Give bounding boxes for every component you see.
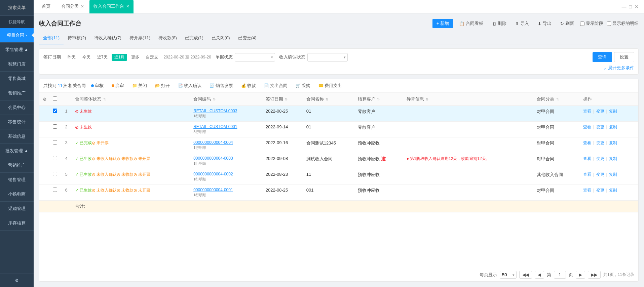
sidebar-settings[interactable]: ⚙ <box>0 274 34 287</box>
contract-code-link[interactable]: RETAIL_CUSTOM-0001 <box>193 124 260 129</box>
status-tab-pending-review[interactable]: 待审核(2) <box>64 32 90 44</box>
query-button[interactable]: 查询 <box>593 52 612 62</box>
op-查看[interactable]: 查看 <box>583 140 591 145</box>
op-查看[interactable]: 查看 <box>583 156 591 161</box>
op-复制[interactable]: 复制 <box>609 172 617 177</box>
col-contract-name[interactable]: 合同名称 ⇅ <box>304 93 355 106</box>
op-变更[interactable]: 变更 <box>596 188 604 193</box>
expense-contract-button[interactable]: 📄 支出合同 <box>261 82 290 90</box>
tab-income-workbench-close[interactable]: ✕ <box>126 4 129 9</box>
page-number-input[interactable] <box>554 271 566 279</box>
op-变更[interactable]: 变更 <box>596 109 604 114</box>
row-select-checkbox[interactable] <box>53 140 57 145</box>
sidebar-item-retail-stats[interactable]: 零售统计 <box>0 115 34 129</box>
new-button[interactable]: + 新增 <box>432 19 453 28</box>
sales-invoice-button[interactable]: 🧾 销售发票 <box>207 82 236 90</box>
contract-code-link[interactable]: 0000000000004-0004 <box>193 140 260 145</box>
date-btn-custom[interactable]: 自定义 <box>143 54 161 61</box>
op-复制[interactable]: 复制 <box>609 140 617 145</box>
collect-button[interactable]: 💰 收款 <box>238 82 259 90</box>
row-select-checkbox[interactable] <box>53 156 57 160</box>
tab-home[interactable]: 首页 <box>36 0 56 13</box>
contract-board-button[interactable]: 📋 合同看板 <box>456 19 486 28</box>
prev-page-button[interactable]: ◀ <box>535 271 544 279</box>
col-anomaly-info[interactable]: 异常信息 ⇅ <box>404 93 534 106</box>
select-all-checkbox[interactable] <box>53 96 57 101</box>
op-复制[interactable]: 复制 <box>609 188 617 193</box>
audit-button[interactable]: 审核 <box>88 82 106 90</box>
sidebar-item-project-contract[interactable]: 项目合同 › <box>0 28 34 43</box>
col-sign-date[interactable]: 签订日期 ⇅ <box>263 93 304 106</box>
op-查看[interactable]: 查看 <box>583 125 591 129</box>
sidebar-item-marketing[interactable]: 营销推广 <box>0 86 34 100</box>
status-tab-pending-confirm[interactable]: 待收入确认(7) <box>90 32 125 44</box>
col-overall-status[interactable]: 合同整体状态 ⇅ <box>72 93 191 106</box>
tab-income-workbench[interactable]: 收入合同工作台 ✕ <box>89 0 134 13</box>
date-btn-more[interactable]: 更多 <box>128 54 142 61</box>
status-tab-changed[interactable]: 已变更(4) <box>234 32 261 44</box>
op-变更[interactable]: 变更 <box>596 140 604 145</box>
refresh-button[interactable]: ↻ 刷新 <box>558 19 577 28</box>
show-details-input[interactable] <box>607 22 611 26</box>
op-复制[interactable]: 复制 <box>609 156 617 161</box>
status-tab-closed[interactable]: 已关闭(0) <box>207 32 234 44</box>
import-button[interactable]: ⬆ 导入 <box>513 19 532 28</box>
tab-contract-type[interactable]: 合同分类 ✕ <box>56 0 89 13</box>
status-tab-pending-invoice[interactable]: 待开票(11) <box>125 32 154 44</box>
row-select-checkbox[interactable] <box>53 188 57 192</box>
op-变更[interactable]: 变更 <box>596 125 604 129</box>
next-page-button[interactable]: ▶ <box>576 271 585 279</box>
doc-status-select[interactable] <box>235 53 275 62</box>
sidebar-item-retail-mgmt[interactable]: 零售管理 ▲ <box>0 43 34 57</box>
op-复制[interactable]: 复制 <box>609 125 617 129</box>
table-scroll[interactable]: ⚙ 合同整体状态 ⇅ 合同编码 <box>39 93 638 268</box>
row-select-checkbox[interactable] <box>53 109 57 113</box>
contract-code-link[interactable]: 0000000000004-0001 <box>193 188 260 192</box>
abandon-button[interactable]: 弃审 <box>109 82 127 90</box>
show-details-checkbox[interactable]: 显示标的明细 <box>607 20 639 27</box>
contract-code-link[interactable]: RETAIL_CUSTOM-0003 <box>193 109 260 113</box>
op-复制[interactable]: 复制 <box>609 109 617 114</box>
op-查看[interactable]: 查看 <box>583 172 591 177</box>
sidebar-item-purchase[interactable]: 采购管理 <box>0 202 34 216</box>
status-tab-all[interactable]: 全部(11) <box>39 32 64 44</box>
per-page-select[interactable]: 10 20 50 100 <box>500 271 517 279</box>
sidebar-item-sales[interactable]: 销售管理 <box>0 173 34 187</box>
close-button[interactable]: ✕ <box>635 4 639 9</box>
sidebar-item-wholesale[interactable]: 批发管理 ▲ <box>0 144 34 158</box>
last-page-button[interactable]: ▶▶ <box>588 271 601 279</box>
expense-pay-button[interactable]: 💳 费用支出 <box>316 82 345 90</box>
op-变更[interactable]: 变更 <box>596 172 604 177</box>
show-fields-checkbox[interactable]: 显示阶段 <box>580 20 603 27</box>
filter-settings-button[interactable]: 设置 <box>614 52 634 62</box>
tab-contract-type-close[interactable]: ✕ <box>81 4 84 9</box>
date-btn-last1month[interactable]: 近1月 <box>112 54 127 61</box>
first-page-button[interactable]: ◀◀ <box>519 271 532 279</box>
sidebar-item-ecommerce[interactable]: 小畅电商 <box>0 187 34 202</box>
export-button[interactable]: ⬇ 导出 <box>535 19 554 28</box>
contract-code-link[interactable]: 0000000000004-0002 <box>193 172 260 176</box>
sidebar-item-smart-store[interactable]: 智慧门店 <box>0 57 34 72</box>
income-confirm-button[interactable]: 📑 收入确认 <box>175 82 204 90</box>
sidebar-item-member[interactable]: 会员中心 <box>0 100 34 115</box>
sidebar-item-inventory[interactable]: 库存核算 <box>0 216 34 231</box>
sidebar-item-basic-info[interactable]: 基础信息 <box>0 129 34 144</box>
sidebar-item-marketing2[interactable]: 营销推广 <box>0 158 34 173</box>
show-fields-input[interactable] <box>580 22 584 26</box>
date-btn-yesterday[interactable]: 昨天 <box>65 54 78 61</box>
status-tab-pending-payment[interactable]: 待收款(8) <box>154 32 181 44</box>
col-contract-code[interactable]: 合同编码 ⇅ <box>191 93 263 106</box>
status-tab-completed[interactable]: 已完成(1) <box>181 32 207 44</box>
delete-button[interactable]: 🗑 删除 <box>489 19 509 28</box>
op-查看[interactable]: 查看 <box>583 188 591 193</box>
date-btn-today[interactable]: 今天 <box>80 54 93 61</box>
income-confirm-select[interactable] <box>307 53 348 62</box>
date-btn-last7days[interactable]: 近7天 <box>94 54 110 61</box>
op-变更[interactable]: 变更 <box>596 156 604 161</box>
col-settings-icon[interactable]: ⚙ <box>43 97 47 102</box>
row-select-checkbox[interactable] <box>53 172 57 176</box>
open-contract-button[interactable]: 📂 打开 <box>152 82 173 90</box>
expand-filter-button[interactable]: ⌄ 展开更多条件 <box>603 65 634 71</box>
minimize-button[interactable]: — <box>622 4 627 9</box>
contract-code-link[interactable]: 0000000000004-0003 <box>193 156 260 161</box>
